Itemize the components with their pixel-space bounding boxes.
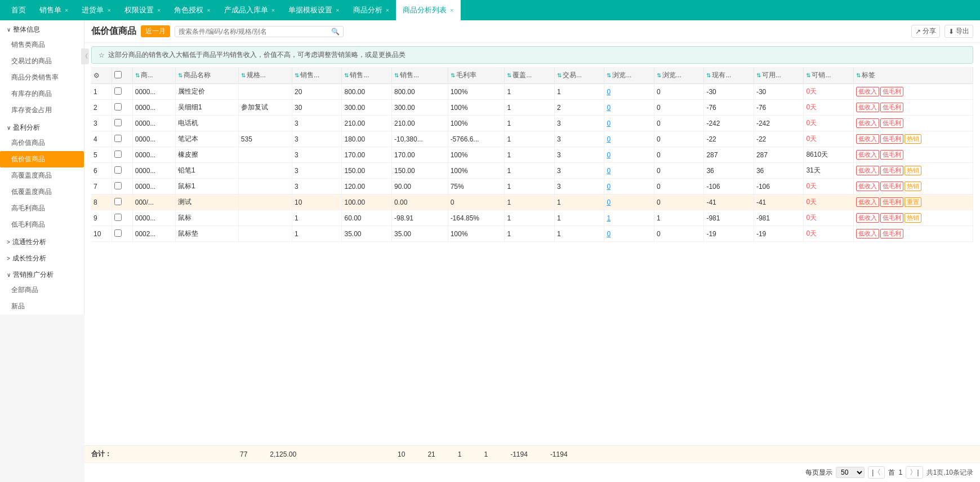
cell-checkbox[interactable]	[112, 210, 132, 226]
col-code[interactable]: ⇅商...	[132, 67, 175, 84]
sidebar-item-新品[interactable]: 新品	[0, 298, 84, 315]
browse-link[interactable]: 0	[607, 198, 611, 206]
col-sales3[interactable]: ⇅销售...	[391, 67, 448, 84]
nav-item-进货单[interactable]: 进货单×	[75, 0, 117, 20]
row-checkbox[interactable]	[114, 119, 122, 126]
search-icon[interactable]: 🔍	[331, 28, 340, 36]
col-available[interactable]: ⇅可用...	[754, 67, 804, 84]
cell-checkbox[interactable]	[112, 84, 132, 100]
cell-spec	[238, 226, 292, 242]
export-btn[interactable]: ⬇ 导出	[945, 25, 973, 38]
cell-sell: 0天	[804, 210, 854, 226]
col-checkbox[interactable]	[112, 67, 132, 84]
nav-item-单据模板设置[interactable]: 单据模板设置×	[282, 0, 346, 20]
per-page-select[interactable]: 50 100	[836, 467, 865, 478]
col-sellable[interactable]: ⇅可销...	[804, 67, 854, 84]
col-current[interactable]: ⇅现有...	[704, 67, 754, 84]
sidebar-group-盈利分析[interactable]: ∨ 盈利分析	[0, 118, 84, 135]
sidebar-item-低毛利商品[interactable]: 低毛利商品	[0, 216, 84, 233]
col-margin[interactable]: ⇅毛利率	[448, 67, 505, 84]
browse-link[interactable]: 0	[607, 120, 611, 127]
cell-checkbox[interactable]	[112, 194, 132, 210]
col-coverage[interactable]: ⇅覆盖...	[505, 67, 555, 84]
cell-curr: -76	[704, 100, 754, 116]
nav-close-icon[interactable]: ×	[157, 7, 161, 14]
cell-checkbox[interactable]	[112, 163, 132, 179]
sidebar-item-低价值商品[interactable]: 低价值商品	[0, 151, 84, 167]
browse-link[interactable]: 0	[607, 183, 611, 191]
row-checkbox[interactable]	[114, 87, 122, 95]
nav-item-权限设置[interactable]: 权限设置×	[118, 0, 167, 20]
col-name[interactable]: ⇅商品名称	[175, 67, 238, 84]
col-spec[interactable]: ⇅规格...	[238, 67, 292, 84]
nav-item-产成品入库单[interactable]: 产成品入库单×	[217, 0, 282, 20]
cell-checkbox[interactable]	[112, 116, 132, 131]
nav-item-商品分析[interactable]: 商品分析×	[346, 0, 396, 20]
browse-link[interactable]: 0	[607, 88, 611, 96]
col-browse2[interactable]: ⇅浏览...	[654, 67, 704, 84]
sidebar-item-高价值商品[interactable]: 高价值商品	[0, 135, 84, 151]
nav-close-icon[interactable]: ×	[450, 7, 453, 14]
nav-item-角色授权[interactable]: 角色授权×	[167, 0, 217, 20]
sidebar-group-成长性分析[interactable]: > 成长性分析	[0, 249, 84, 266]
col-browse1[interactable]: ⇅浏览...	[604, 67, 654, 84]
col-sales1[interactable]: ⇅销售...	[292, 67, 342, 84]
table-row: 4 0000... 笔记本 535 3 180.00 -10,380... -5…	[91, 131, 973, 147]
cell-checkbox[interactable]	[112, 131, 132, 147]
cell-br1: 0	[604, 194, 654, 210]
sidebar-item-有库存的商品[interactable]: 有库存的商品	[0, 86, 84, 102]
browse-link[interactable]: 0	[607, 104, 611, 112]
row-checkbox[interactable]	[114, 198, 122, 205]
sidebar-item-低覆盖度商品[interactable]: 低覆盖度商品	[0, 184, 84, 200]
browse-link[interactable]: 0	[607, 230, 611, 238]
cell-checkbox[interactable]	[112, 179, 132, 194]
nav-close-icon[interactable]: ×	[65, 7, 68, 14]
col-settings[interactable]: ⚙	[91, 67, 112, 84]
nav-close-icon[interactable]: ×	[207, 7, 210, 14]
cell-checkbox[interactable]	[112, 100, 132, 116]
sidebar-item-商品分类销售率[interactable]: 商品分类销售率	[0, 69, 84, 86]
nav-close-icon[interactable]: ×	[271, 7, 275, 14]
sidebar-group-营销推广分析[interactable]: ∨ 营销推广分析	[0, 266, 84, 282]
sidebar-item-交易过的商品[interactable]: 交易过的商品	[0, 53, 84, 69]
sidebar-item-高覆盖度商品[interactable]: 高覆盖度商品	[0, 167, 84, 184]
row-checkbox[interactable]	[114, 135, 122, 142]
row-checkbox[interactable]	[114, 182, 122, 189]
sidebar-item-高毛利商品[interactable]: 高毛利商品	[0, 200, 84, 216]
select-all-checkbox[interactable]	[114, 71, 122, 78]
sidebar-collapse-btn[interactable]: 《	[81, 48, 89, 64]
next-page-btn[interactable]: 〉|	[906, 466, 923, 479]
nav-item-销售单[interactable]: 销售单×	[33, 0, 75, 20]
browse-link[interactable]: 0	[607, 167, 611, 175]
col-transaction[interactable]: ⇅交易...	[554, 67, 604, 84]
cell-s1: 3	[292, 116, 342, 131]
sidebar-group-整体信息[interactable]: ∨ 整体信息	[0, 20, 84, 37]
first-page-btn[interactable]: |〈	[868, 466, 885, 479]
sidebar-item-全部商品[interactable]: 全部商品	[0, 282, 84, 298]
sidebar-item-销售类商品[interactable]: 销售类商品	[0, 37, 84, 53]
col-tags[interactable]: ⇅标签	[853, 67, 973, 84]
row-checkbox[interactable]	[114, 166, 122, 174]
cell-checkbox[interactable]	[112, 226, 132, 242]
row-checkbox[interactable]	[114, 229, 122, 237]
browse-link[interactable]: 0	[607, 151, 611, 159]
filter-period-btn[interactable]: 近一月	[141, 25, 170, 37]
sidebar-group-流通性分析[interactable]: > 流通性分析	[0, 233, 84, 249]
cell-checkbox[interactable]	[112, 147, 132, 163]
search-input[interactable]	[179, 28, 329, 36]
nav-item-首页[interactable]: 首页	[5, 0, 33, 20]
row-checkbox[interactable]	[114, 103, 122, 110]
cell-name: 测试	[175, 194, 238, 210]
row-checkbox[interactable]	[114, 214, 122, 221]
nav-close-icon[interactable]: ×	[336, 7, 339, 14]
browse-link[interactable]: 0	[607, 135, 611, 143]
nav-item-商品分析列表[interactable]: 商品分析列表×	[396, 0, 460, 20]
row-checkbox[interactable]	[114, 151, 122, 158]
nav-close-icon[interactable]: ×	[107, 7, 110, 14]
browse-link[interactable]: 1	[607, 214, 611, 222]
sidebar-item-库存资金占用[interactable]: 库存资金占用	[0, 102, 84, 118]
days-value: 0天	[806, 182, 817, 190]
share-btn[interactable]: ↗ 分享	[911, 25, 940, 38]
nav-close-icon[interactable]: ×	[386, 7, 389, 14]
col-sales2[interactable]: ⇅销售...	[342, 67, 392, 84]
